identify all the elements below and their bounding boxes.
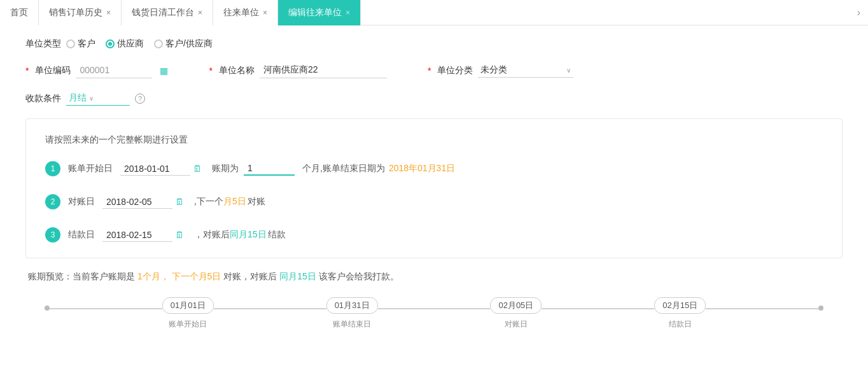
timeline-node-4-date: 02月15日 xyxy=(654,297,706,314)
radio-circle-customer xyxy=(66,39,75,48)
step-1-calendar-icon[interactable]: 🗓 xyxy=(193,164,202,174)
category-required-star: * xyxy=(428,66,431,76)
timeline-line-1 xyxy=(50,308,162,309)
payment-group: 收款条件 月结 ∨ ? xyxy=(25,91,145,106)
close-icon[interactable]: × xyxy=(198,8,202,17)
tab-edit-label: 编辑往来单位 xyxy=(288,7,342,18)
step-3-label: 结款日 xyxy=(68,229,95,241)
code-label: 单位编码 xyxy=(35,65,71,76)
step-2-post: 对账 xyxy=(248,196,265,208)
step-1-unit: 个月,账单结束日期为 xyxy=(302,163,385,174)
radio-customer-label: 客户 xyxy=(78,38,95,50)
timeline-section: 01月01日 账单开始日 01月31日 账单结束日 02月05日 对账日 02月… xyxy=(25,285,843,330)
timeline-line-3 xyxy=(378,308,491,309)
category-group: * 单位分类 未分类 ∨ xyxy=(428,63,573,78)
step-1-after: 账期为 xyxy=(212,163,239,174)
code-name-row: * 单位编码 ▦ * 单位名称 * 单位分类 未分类 ∨ xyxy=(25,62,843,78)
tab-edit-counterparty[interactable]: 编辑往来单位 × xyxy=(278,0,361,25)
step-3-date-input[interactable] xyxy=(102,229,172,242)
step-1-period-input[interactable] xyxy=(244,162,295,176)
preview-part1: 1个月， xyxy=(137,271,169,281)
tab-counterparty[interactable]: 往来单位 × xyxy=(213,0,278,25)
category-value: 未分类 xyxy=(480,64,507,76)
step-2-highlight: 月5日 xyxy=(223,196,246,208)
name-required-star: * xyxy=(209,66,212,76)
step-3-pre: ，对账后 xyxy=(194,229,230,241)
name-group: * 单位名称 xyxy=(209,62,386,78)
payment-row: 收款条件 月结 ∨ ? xyxy=(25,91,843,106)
close-icon[interactable]: × xyxy=(263,8,267,17)
settings-card: 请按照未来的一个完整帐期进行设置 1 账单开始日 🗓 账期为 个月,账单结束日期… xyxy=(25,118,843,258)
chevron-down-icon: ∨ xyxy=(566,67,571,74)
radio-customer[interactable]: 客户 xyxy=(66,38,95,50)
calendar-icon[interactable]: ▦ xyxy=(160,66,168,76)
code-input[interactable] xyxy=(76,62,152,78)
step-1-label: 账单开始日 xyxy=(68,163,113,174)
radio-both-label: 客户/供应商 xyxy=(165,38,213,50)
timeline-node-1-date: 01月01日 xyxy=(162,297,214,314)
step-1-num: 1 xyxy=(45,161,60,176)
step-3-calendar-icon[interactable]: 🗓 xyxy=(175,230,184,240)
preview-middle: 对账，对账后 xyxy=(223,271,277,281)
tab-home[interactable]: 首页 xyxy=(0,0,39,25)
step-3-row: 3 结款日 🗓 ，对账后 同月15日 结款 xyxy=(45,227,823,243)
timeline-node-3-label: 对账日 xyxy=(505,319,528,330)
step-2-calendar-icon[interactable]: 🗓 xyxy=(175,197,184,207)
timeline-node-4-label: 结款日 xyxy=(669,319,692,330)
close-icon[interactable]: × xyxy=(106,8,111,17)
step-2-pre: ,下一个 xyxy=(194,196,223,208)
code-required-star: * xyxy=(25,66,29,76)
payment-value: 月结 xyxy=(69,92,87,104)
step-3-highlight: 同月15日 xyxy=(230,229,267,241)
card-title: 请按照未来的一个完整帐期进行设置 xyxy=(45,134,823,146)
unit-type-row: 单位类型 客户 供应商 客户/供应商 xyxy=(25,38,843,50)
tab-sales-label: 销售订单历史 xyxy=(49,7,102,18)
preview-text: 账期预览：当前客户账期是 1个月， 下一个月5日 对账，对账后 同月15日 该客… xyxy=(25,269,843,285)
tabs-bar: 首页 销售订单历史 × 钱货日清工作台 × 往来单位 × 编辑往来单位 × › xyxy=(0,0,868,25)
tab-cash-work[interactable]: 钱货日清工作台 × xyxy=(122,0,213,25)
radio-supplier-label: 供应商 xyxy=(117,38,144,50)
preview-part3: 同月15日 xyxy=(279,271,316,281)
radio-group: 客户 供应商 客户/供应商 xyxy=(66,38,213,50)
help-icon[interactable]: ? xyxy=(135,94,145,104)
tab-cash-label: 钱货日清工作台 xyxy=(132,7,194,18)
timeline-node-1: 01月01日 账单开始日 xyxy=(162,297,214,330)
main-content: 单位类型 客户 供应商 客户/供应商 * 单位编码 xyxy=(0,25,868,387)
close-icon[interactable]: × xyxy=(346,8,350,17)
code-group: * 单位编码 ▦ xyxy=(25,62,168,78)
timeline-node-4: 02月15日 结款日 xyxy=(654,297,706,330)
category-label: 单位分类 xyxy=(437,65,473,76)
timeline-node-2-label: 账单结束日 xyxy=(333,319,371,330)
radio-supplier[interactable]: 供应商 xyxy=(106,38,144,50)
timeline-line-4 xyxy=(542,308,654,309)
timeline-node-3: 02月05日 对账日 xyxy=(490,297,542,330)
timeline-node-2-date: 01月31日 xyxy=(326,297,378,314)
payment-select[interactable]: 月结 ∨ xyxy=(66,91,130,106)
radio-circle-supplier xyxy=(106,39,115,48)
step-1-date-input[interactable] xyxy=(120,162,190,176)
name-input[interactable] xyxy=(260,62,387,78)
step-2-date-input[interactable] xyxy=(102,195,172,209)
timeline-line-2 xyxy=(214,308,326,309)
radio-both[interactable]: 客户/供应商 xyxy=(154,38,213,50)
tab-counterparty-label: 往来单位 xyxy=(223,7,259,18)
tab-sales-history[interactable]: 销售订单历史 × xyxy=(39,0,122,25)
step-3-post: 结款 xyxy=(268,229,286,241)
step-2-num: 2 xyxy=(45,194,60,209)
timeline-node-3-date: 02月05日 xyxy=(490,297,542,314)
category-select[interactable]: 未分类 ∨ xyxy=(478,63,573,78)
step-1-row: 1 账单开始日 🗓 账期为 个月,账单结束日期为 2018年01月31日 xyxy=(45,161,823,176)
timeline-node-1-label: 账单开始日 xyxy=(169,319,207,330)
timeline-end-dot xyxy=(818,306,823,311)
step-3-num: 3 xyxy=(45,227,60,243)
chevron-down-icon: ∨ xyxy=(89,95,94,102)
step-2-label: 对账日 xyxy=(68,196,95,208)
unit-type-group: 单位类型 客户 供应商 客户/供应商 xyxy=(25,38,213,50)
step-1-end-date: 2018年01月31日 xyxy=(389,163,455,174)
preview-part2: 下一个月5日 xyxy=(172,271,221,281)
tab-more-button[interactable]: › xyxy=(850,7,868,18)
step-2-row: 2 对账日 🗓 ,下一个 月5日 对账 xyxy=(45,194,823,209)
unit-type-label: 单位类型 xyxy=(25,38,61,50)
timeline-start-dot xyxy=(45,306,50,311)
preview-label: 账期预览：当前客户账期是 xyxy=(28,271,135,281)
